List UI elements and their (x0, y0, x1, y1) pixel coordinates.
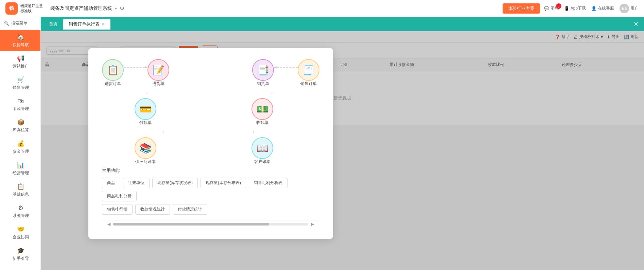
cf-btn-product-gross-analysis[interactable]: 商品毛利分析 (102, 191, 137, 201)
tab-bar-close-button[interactable]: ✕ (631, 20, 641, 28)
sidebar: 🔍 搜索菜单 🏠 快捷导航 📢 营销推广 🛒 销售管理 🛍 采购管理 📦 (0, 17, 41, 270)
experience-button[interactable]: 体验行业方案 (503, 3, 540, 14)
inventory-icon: 📦 (17, 119, 24, 126)
tab-home[interactable]: 首页 (43, 19, 63, 30)
flow-node-customer-ledger[interactable]: 📖 客户账本 (251, 137, 273, 165)
logo-text: 畅康通好生意 标准版 (20, 3, 43, 13)
customer-ledger-circle: 📖 (251, 137, 273, 159)
modal-box: 📋 进货订单 ▶ 📝 (88, 48, 333, 239)
common-functions-buttons: 商品 往来单位 现存量(库存状况表) 现存量(库存分布表) 销售毛利分析表 商品… (102, 178, 319, 201)
common-functions: 常用功能 商品 往来单位 现存量(库存状况表) 现存量(库存分布表) 销售毛利分… (102, 167, 319, 215)
flow-node-supplier-ledger[interactable]: 📚 供应商账本 (135, 137, 156, 165)
cf-btn-stock-status[interactable]: 现存量(库存状况表) (152, 178, 198, 188)
cf-btn-product[interactable]: 商品 (102, 178, 120, 188)
flow-node-purchase-bill[interactable]: 📝 进货单 (147, 59, 169, 87)
customer-ledger-label: 客户账本 (254, 159, 271, 165)
scroll-bar-row: ◀ ▶ (102, 220, 319, 228)
quick-icon: 🏠 (17, 33, 24, 41)
sidebar-item-basic[interactable]: 📋 基础信息 (0, 179, 40, 201)
sidebar-item-system[interactable]: ⚙ 系统管理 (0, 201, 40, 222)
app-download-button[interactable]: 📱 App下载 (564, 5, 586, 11)
cf-btn-partner[interactable]: 往来单位 (123, 178, 150, 188)
flow-node-purchase-order[interactable]: 📋 进货订单 (102, 59, 124, 87)
message-icon: 💬 (544, 6, 549, 11)
page-content: ❓ 帮助 🖨 按模板打印 ▾ ⬆ 导出 🔄 刷新 (41, 31, 644, 270)
modal-overlay[interactable]: 📋 进货订单 ▶ 📝 (41, 31, 644, 270)
logo: 畅 畅康通好生意 标准版 (5, 2, 46, 15)
download-icon: 📱 (564, 6, 569, 11)
sales-icon: 🛒 (17, 76, 24, 84)
flow-node-payment[interactable]: 💳 付款单 (135, 98, 156, 126)
cf-btn-stock-dist[interactable]: 现存量(库存分布表) (201, 178, 246, 188)
common-functions-title: 常用功能 (102, 167, 319, 174)
service-icon: 👤 (591, 6, 596, 11)
receipt-label: 收款单 (256, 120, 268, 126)
tab-close-icon[interactable]: ✕ (102, 22, 105, 26)
arrow-sale-order-to-bill: ◀ (274, 65, 298, 69)
cf-btn-payment-stats[interactable]: 付款情况统计 (173, 204, 207, 215)
purchase-order-circle: 📋 (102, 59, 124, 81)
sidebar-item-enterprise[interactable]: 🤝 企业协同 (0, 222, 40, 244)
operation-icon: 📊 (17, 161, 24, 169)
user-menu[interactable]: Ea 用户 (620, 4, 639, 13)
tab-bar: 首页 销售订单执行表 ✕ ✕ (41, 17, 644, 31)
message-badge: 6 (556, 3, 561, 9)
guide-icon: 🎓 (17, 247, 24, 254)
sidebar-item-purchase[interactable]: 🛍 采购管理 (0, 94, 40, 115)
payment-circle: 💳 (135, 98, 156, 120)
common-functions-buttons-row2: 销售排行榜 收款情况统计 付款情况统计 (102, 204, 319, 215)
system-icon: ⚙ (18, 204, 23, 212)
enterprise-icon: 🤝 (17, 226, 24, 233)
basic-icon: 📋 (17, 183, 24, 190)
purchase-bill-circle: 📝 (147, 59, 169, 81)
flow-diagram: 📋 进货订单 ▶ 📝 (102, 59, 319, 165)
content-area: 首页 销售订单执行表 ✕ ✕ ❓ 帮助 🖨 (41, 17, 644, 270)
header-right: 💬 消息 6 📱 App下载 👤 在线客服 Ea 用户 (544, 4, 639, 13)
gear-icon[interactable]: ⚙ (120, 5, 124, 12)
receipt-circle: 💵 (251, 98, 273, 120)
message-button[interactable]: 💬 消息 6 (544, 5, 559, 11)
user-avatar: Ea (620, 4, 629, 13)
purchase-bill-label: 进货单 (152, 81, 164, 87)
scroll-track[interactable] (113, 223, 308, 226)
finance-icon: 💰 (17, 140, 24, 147)
sale-order-label: 销售订单 (300, 81, 317, 87)
cf-btn-sales-gross-analysis[interactable]: 销售毛利分析表 (249, 178, 288, 188)
cf-btn-receipt-stats[interactable]: 收款情况统计 (135, 204, 170, 215)
system-title-area: 装备及固定资产辅助管理系统 ▾ ⚙ (50, 5, 499, 12)
scroll-right-arrow[interactable]: ▶ (311, 222, 314, 227)
search-icon: 🔍 (4, 21, 9, 26)
payment-label: 付款单 (139, 120, 152, 126)
tab-sales-order[interactable]: 销售订单执行表 ✕ (63, 19, 110, 30)
supplier-ledger-label: 供应商账本 (135, 159, 156, 165)
down-arrows-row: ↓ ↓ (102, 89, 319, 95)
flow-node-sale-bill[interactable]: 📑 销货单 (252, 59, 274, 87)
sale-bill-label: 销货单 (257, 81, 269, 87)
sidebar-item-finance[interactable]: 💰 资金管理 (0, 137, 40, 158)
scroll-thumb[interactable] (113, 223, 269, 226)
sidebar-item-guide[interactable]: 🎓 新手引导 (0, 244, 40, 265)
system-name: 装备及固定资产辅助管理系统 (50, 5, 112, 12)
flow-node-sale-order[interactable]: 🧾 销售订单 (298, 59, 319, 87)
purchase-icon: 🛍 (18, 97, 24, 105)
sidebar-item-operation[interactable]: 📊 经营管理 (0, 158, 40, 179)
search-menu-button[interactable]: 🔍 搜索菜单 (0, 17, 40, 30)
sidebar-item-quick[interactable]: 🏠 快捷导航 (0, 30, 40, 51)
sidebar-item-marketing[interactable]: 📢 营销推广 (0, 51, 40, 73)
sidebar-item-inventory[interactable]: 📦 库存核算 (0, 115, 40, 137)
system-dropdown-icon[interactable]: ▾ (115, 6, 117, 11)
logo-icon: 畅 (5, 2, 18, 15)
flow-node-receipt[interactable]: 💵 收款单 (251, 98, 273, 126)
supplier-ledger-circle: 📚 (135, 137, 156, 159)
online-service-button[interactable]: 👤 在线客服 (591, 5, 614, 11)
sidebar-item-sales[interactable]: 🛒 销售管理 (0, 73, 40, 94)
marketing-icon: 📢 (17, 55, 24, 62)
purchase-order-label: 进货订单 (105, 81, 121, 87)
sale-order-circle: 🧾 (298, 59, 319, 81)
arrow-purchase-order-to-bill: ▶ (124, 65, 147, 69)
down-arrows-row-2: ↓ ↓ (102, 128, 319, 134)
sale-bill-circle: 📑 (252, 59, 274, 81)
cf-btn-sales-ranking[interactable]: 销售排行榜 (102, 204, 133, 215)
scroll-left-arrow[interactable]: ◀ (107, 222, 110, 227)
modal-content: 📋 进货订单 ▶ 📝 (88, 48, 333, 239)
